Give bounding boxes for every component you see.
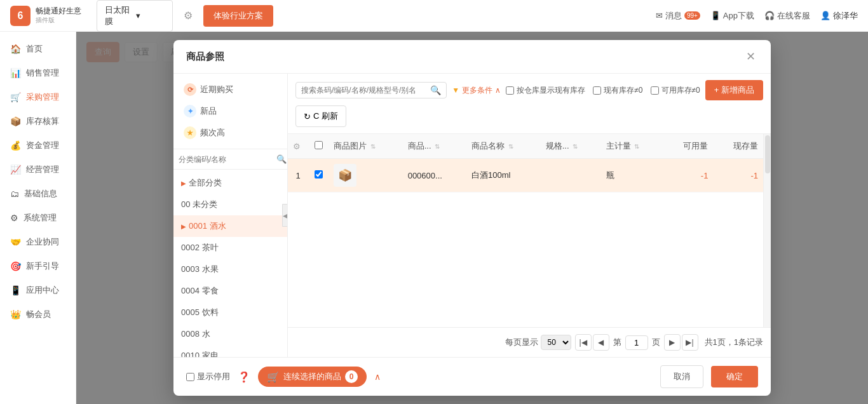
category-search: 🔍 bbox=[173, 149, 287, 170]
table-body: 1 📦 000600... 白酒100ml 瓶 -1 -1 bbox=[288, 159, 763, 192]
sidebar-item-系统管理[interactable]: ⚙系统管理 bbox=[0, 206, 76, 230]
category-item[interactable]: 00 未分类 bbox=[173, 194, 287, 215]
confirm-btn[interactable]: 确定 bbox=[711, 366, 758, 387]
next-page-btn[interactable]: ▶ bbox=[664, 334, 681, 351]
sidebar-item-应用中心[interactable]: 📱应用中心 bbox=[0, 278, 76, 302]
filter-check3[interactable]: 可用库存≠0 bbox=[651, 85, 700, 96]
main-layout: 🏠首页📊销售管理🛒采购管理📦库存核算💰资金管理📈经营管理🗂基础信息⚙系统管理🤝企… bbox=[0, 32, 868, 404]
modal-title: 商品参照 bbox=[186, 51, 224, 63]
username: 徐泽华 bbox=[833, 10, 858, 22]
td-checkbox[interactable] bbox=[308, 159, 329, 192]
category-item[interactable]: 0010 家电 bbox=[173, 345, 287, 357]
table-scrollbar[interactable] bbox=[763, 134, 771, 327]
td-name: 白酒100ml bbox=[466, 159, 541, 192]
gear-button[interactable]: ⚙ bbox=[178, 6, 198, 26]
product-thumb: 📦 bbox=[334, 164, 356, 187]
sidebar-item-库存核算[interactable]: 📦库存核算 bbox=[0, 109, 76, 133]
product-search-box: 🔍 bbox=[295, 82, 447, 98]
product-reference-modal: 商品参照 ✕ ⟳ 近期购买 ✦ bbox=[173, 40, 771, 396]
collapse-left-btn[interactable]: ◀◀ bbox=[282, 204, 288, 227]
category-item[interactable]: 0003 水果 bbox=[173, 259, 287, 280]
collapse-arrow-icon[interactable]: ∧ bbox=[374, 372, 381, 382]
category-item[interactable]: ▶ 全部分类 bbox=[173, 172, 287, 194]
quick-frequent[interactable]: ★ 频次高 bbox=[179, 122, 282, 144]
cancel-btn[interactable]: 取消 bbox=[660, 365, 703, 388]
th-unit[interactable]: 主计量 ⇅ bbox=[601, 134, 663, 159]
per-page-select[interactable]: 50 bbox=[541, 335, 571, 350]
th-stock[interactable]: 现存量 bbox=[713, 134, 763, 159]
sidebar-item-畅会员[interactable]: 👑畅会员 bbox=[0, 302, 76, 327]
total-info: 共1页，1条记录 bbox=[705, 337, 763, 348]
td-index: 1 bbox=[288, 159, 308, 192]
category-item[interactable]: 0005 饮料 bbox=[173, 302, 287, 323]
more-filters-btn[interactable]: ▼ 更多条件 ∧ bbox=[452, 85, 501, 96]
message-icon: ✉ bbox=[656, 11, 663, 20]
modal-right-panel: 🔍 ▼ 更多条件 ∧ 按仓库显示现有库存 bbox=[288, 74, 771, 357]
per-page-selector: 每页显示 50 bbox=[505, 335, 571, 350]
table-header: ⚙ 商品图片 ⇅ bbox=[288, 134, 763, 159]
prev-page-btn[interactable]: ◀ bbox=[593, 334, 609, 351]
add-product-btn[interactable]: + 新增商品 bbox=[705, 80, 763, 100]
sidebar-item-资金管理[interactable]: 💰资金管理 bbox=[0, 133, 76, 158]
sidebar-item-销售管理[interactable]: 📊销售管理 bbox=[0, 61, 76, 85]
product-table: ⚙ 商品图片 ⇅ bbox=[288, 134, 771, 327]
filter-bar: 🔍 ▼ 更多条件 ∧ 按仓库显示现有库存 bbox=[288, 74, 771, 134]
category-item[interactable]: 0004 零食 bbox=[173, 280, 287, 302]
sidebar-item-企业协同[interactable]: 🤝企业协同 bbox=[0, 230, 76, 254]
th-settings[interactable]: ⚙ bbox=[288, 134, 308, 159]
th-spec[interactable]: 规格... ⇅ bbox=[541, 134, 601, 159]
category-search-icon[interactable]: 🔍 bbox=[276, 154, 287, 164]
brand-name: 畅捷通好生意 bbox=[36, 6, 81, 17]
quick-new[interactable]: ✦ 新品 bbox=[179, 100, 282, 122]
experience-btn[interactable]: 体验行业方案 bbox=[203, 5, 273, 27]
brand-sub: 插件版 bbox=[36, 16, 81, 25]
filter-icon: ▼ bbox=[452, 86, 459, 95]
page-input[interactable]: 1 bbox=[625, 335, 648, 350]
expand-icon: ▶ bbox=[181, 180, 186, 187]
product-search-icon[interactable]: 🔍 bbox=[430, 85, 441, 95]
sidebar-item-新手引导[interactable]: 🎯新手引导 bbox=[0, 254, 76, 278]
category-search-input[interactable] bbox=[179, 155, 274, 164]
filter-check2[interactable]: 现有库存≠0 bbox=[593, 85, 642, 96]
message-btn[interactable]: ✉ 消息 99+ bbox=[656, 10, 700, 22]
chevron-up-icon: ∧ bbox=[495, 86, 501, 95]
filter-check1[interactable]: 按仓库显示现有库存 bbox=[506, 85, 585, 96]
new-icon: ✦ bbox=[184, 105, 196, 118]
refresh-btn[interactable]: ↻ C 刷新 bbox=[295, 105, 346, 127]
sidebar-item-首页[interactable]: 🏠首页 bbox=[0, 37, 76, 61]
app-download-btn[interactable]: 📱 App下载 bbox=[710, 10, 754, 22]
td-code: 000600... bbox=[403, 159, 466, 192]
sidebar-item-基础信息[interactable]: 🗂基础信息 bbox=[0, 182, 76, 206]
page-label2: 页 bbox=[652, 337, 660, 348]
category-item[interactable]: ▶ 0001 酒水 bbox=[173, 215, 287, 237]
product-search-input[interactable] bbox=[301, 86, 428, 95]
scrollbar-thumb bbox=[765, 135, 770, 173]
th-available[interactable]: 可用量 bbox=[663, 134, 714, 159]
sidebar-item-经营管理[interactable]: 📈经营管理 bbox=[0, 158, 76, 182]
modal-close-btn[interactable]: ✕ bbox=[743, 49, 758, 64]
sidebar-icon: 📈 bbox=[10, 165, 21, 175]
online-service-btn[interactable]: 🎧 在线客服 bbox=[764, 10, 810, 22]
nav-selector[interactable]: 日太阳膜 ▾ bbox=[97, 0, 173, 32]
quick-recent[interactable]: ⟳ 近期购买 bbox=[179, 79, 282, 100]
category-item[interactable]: 0008 水 bbox=[173, 323, 287, 345]
category-item[interactable]: 0002 茶叶 bbox=[173, 237, 287, 259]
cart-btn[interactable]: 🛒 连续选择的商品 0 bbox=[258, 367, 367, 387]
td-available: -1 bbox=[663, 159, 714, 192]
sidebar-icon: 🗂 bbox=[10, 189, 19, 199]
table-row[interactable]: 1 📦 000600... 白酒100ml 瓶 -1 -1 bbox=[288, 159, 763, 192]
sidebar-item-采购管理[interactable]: 🛒采购管理 bbox=[0, 85, 76, 109]
th-name[interactable]: 商品名称 ⇅ bbox=[466, 134, 541, 159]
modal-body: ⟳ 近期购买 ✦ 新品 ★ 频次高 bbox=[173, 74, 771, 357]
cart-icon: 🛒 bbox=[267, 371, 280, 383]
last-page-btn[interactable]: ▶| bbox=[682, 334, 698, 351]
help-icon[interactable]: ❓ bbox=[238, 371, 250, 383]
cart-label: 连续选择的商品 bbox=[283, 371, 341, 382]
content-area: 查询 设置 刷新 商品参照 ✕ bbox=[76, 32, 868, 404]
th-checkbox[interactable] bbox=[308, 134, 329, 159]
user-area[interactable]: 👤 徐泽华 bbox=[820, 10, 858, 22]
th-code[interactable]: 商品... ⇅ bbox=[403, 134, 466, 159]
show-disabled-checkbox[interactable]: 显示停用 bbox=[186, 371, 230, 382]
sidebar-icon: 🤝 bbox=[10, 237, 21, 247]
first-page-btn[interactable]: |◀ bbox=[575, 334, 592, 351]
